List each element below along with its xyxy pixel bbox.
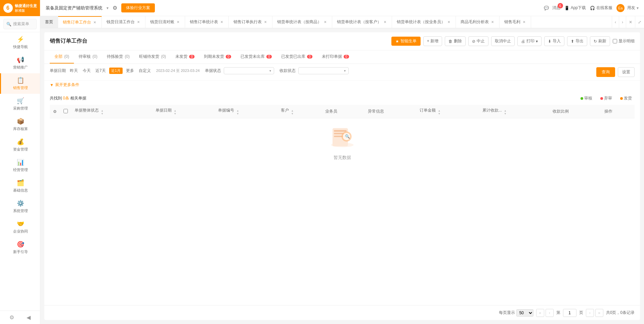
query-button[interactable]: 查询 xyxy=(596,67,615,77)
tab-sales-by-customer-close[interactable]: ✕ xyxy=(383,19,387,25)
date-opt-yesterday[interactable]: 昨天 xyxy=(69,67,79,74)
sidebar-item-enterprise[interactable]: 🤝 企业协同 xyxy=(0,217,40,237)
tab-cash-reconcile[interactable]: 钱货日清对账 ✕ xyxy=(145,16,185,28)
review-button[interactable]: 审核 xyxy=(578,94,595,102)
th-status-sort[interactable]: ▲▼ xyxy=(101,109,103,115)
sub-tab-wangpu[interactable]: 旺铺待发货 (0) xyxy=(134,50,171,64)
select-all-checkbox[interactable] xyxy=(63,109,68,113)
gear-button[interactable]: ⚙ xyxy=(113,5,117,11)
expand-more-button[interactable]: ▼ 展开更多条件 xyxy=(50,81,635,89)
sub-tab-shipped-not-out[interactable]: 已发货未出库 0 xyxy=(236,50,276,64)
cancel-stop-button[interactable]: 取消中止 xyxy=(491,36,515,46)
sub-tab-wangpu-count: (0) xyxy=(161,54,166,59)
date-opt-7days[interactable]: 近7天 xyxy=(94,67,107,74)
th-settings[interactable]: ⚙ xyxy=(50,105,60,118)
sub-tab-pending-inspect[interactable]: 待拣验货 (0) xyxy=(102,50,134,64)
th-checkbox[interactable] xyxy=(60,105,71,118)
sub-tab-shipped-out-count: 0 xyxy=(307,55,312,58)
sidebar-item-system[interactable]: ⚙️ 系统管理 xyxy=(0,196,40,217)
th-date-sort[interactable]: ▲▼ xyxy=(174,109,176,115)
pagination-bar: 每页显示 10 20 50 100 « ‹ 第 页 › » xyxy=(44,305,640,320)
tab-gross-margin-close[interactable]: ✕ xyxy=(490,19,495,25)
service-icon: 🎧 xyxy=(590,6,595,10)
status-select[interactable]: ▾ xyxy=(224,67,274,74)
export-button[interactable]: ⬆ 导出 xyxy=(567,36,587,46)
settings-footer-button[interactable]: ⚙ xyxy=(9,314,14,321)
tab-cash-daily-close[interactable]: ✕ xyxy=(136,19,140,25)
tab-cash-daily[interactable]: 钱货日清工作台 ✕ xyxy=(102,16,145,28)
online-service-button[interactable]: 🎧 在线客服 xyxy=(590,5,612,11)
th-number-sort[interactable]: ▲▼ xyxy=(237,109,239,115)
prev-page-button[interactable]: ‹ xyxy=(546,309,554,317)
first-page-button[interactable]: « xyxy=(536,309,544,317)
tab-close-all[interactable]: ✕ xyxy=(626,16,635,28)
sub-tab-shipped-out[interactable]: 已发货已出库 0 xyxy=(276,50,317,64)
setting-button[interactable]: 设置 xyxy=(618,67,635,77)
next-page-button[interactable]: › xyxy=(586,309,594,317)
show-detail-checkbox-label[interactable]: 显示明细 xyxy=(613,38,635,44)
show-detail-checkbox[interactable] xyxy=(613,39,617,43)
sub-tab-not-printed[interactable]: 未打印单据 0 xyxy=(317,50,354,64)
sub-tab-all[interactable]: 全部 (0) xyxy=(50,50,74,64)
refresh-button[interactable]: ↻ 刷新 xyxy=(590,36,610,46)
search-menu-button[interactable]: 🔍 搜索菜单 xyxy=(3,19,37,29)
sidebar-item-marketing[interactable]: 📢 营销推广 xyxy=(0,53,40,73)
tab-scroll-left[interactable]: ‹ xyxy=(612,16,619,28)
sidebar-item-finance[interactable]: 💰 资金管理 xyxy=(0,135,40,155)
th-collected-sort[interactable]: ▲▼ xyxy=(504,109,507,115)
tab-sales-more-close[interactable]: ✕ xyxy=(522,19,526,25)
last-page-button[interactable]: » xyxy=(595,309,603,317)
sidebar-item-guide[interactable]: 🎯 新手引导 xyxy=(0,237,40,258)
tab-maximize[interactable]: ⤢ xyxy=(635,16,644,28)
stop-button[interactable]: ⊘ 中止 xyxy=(468,36,488,46)
tab-scroll-right[interactable]: › xyxy=(619,16,626,28)
tab-sales-by-staff[interactable]: 销货单统计表（按业务员） ✕ xyxy=(392,16,456,28)
tab-sales-by-customer[interactable]: 销货单统计表（按客户） ✕ xyxy=(332,16,392,28)
tab-sales-by-product[interactable]: 销货单统计表（按商品） ✕ xyxy=(272,16,332,28)
tab-sales-stat-close[interactable]: ✕ xyxy=(220,19,224,25)
date-opt-custom[interactable]: 自定义 xyxy=(137,67,152,74)
date-opt-1month[interactable]: 近1月 xyxy=(109,68,123,74)
industry-button[interactable]: 体验行业方案 xyxy=(121,3,155,12)
tab-sales-exec[interactable]: 销售订单执行表 ✕ xyxy=(229,16,272,28)
date-opt-today[interactable]: 今天 xyxy=(81,67,92,74)
payment-select[interactable]: ▾ xyxy=(298,67,349,74)
sidebar-item-purchase[interactable]: 🛒 采购管理 xyxy=(0,94,40,114)
tab-sales-workbench[interactable]: 销售订单工作台 ✕ xyxy=(58,16,102,28)
tab-sales-by-staff-close[interactable]: ✕ xyxy=(447,19,451,25)
tab-home[interactable]: 首页 xyxy=(40,16,58,28)
tab-sales-by-product-close[interactable]: ✕ xyxy=(323,19,327,25)
cancel-review-button[interactable]: 弃审 xyxy=(598,94,615,102)
tab-gross-margin[interactable]: 商品毛利分析表 ✕ xyxy=(456,16,500,28)
smart-generate-button[interactable]: ★ 智能生单 xyxy=(391,37,421,46)
th-amount-sort[interactable]: ▲▼ xyxy=(438,109,441,115)
page-size-select[interactable]: 10 20 50 100 xyxy=(516,309,533,317)
page-number-input[interactable] xyxy=(563,309,576,317)
tab-sales-exec-close[interactable]: ✕ xyxy=(263,19,267,25)
ship-button[interactable]: 发货 xyxy=(617,94,635,102)
delete-button[interactable]: 🗑 删除 xyxy=(445,36,466,46)
tab-cash-reconcile-close[interactable]: ✕ xyxy=(176,19,180,25)
sidebar-item-operations[interactable]: 📊 经营管理 xyxy=(0,155,40,176)
sub-tab-overdue[interactable]: 到期未发货 0 xyxy=(199,50,236,64)
new-button[interactable]: + 新增 xyxy=(423,36,442,46)
page-navigation: « ‹ 第 页 › » xyxy=(536,309,603,317)
tab-sales-workbench-close[interactable]: ✕ xyxy=(93,20,97,25)
collapse-sidebar-button[interactable]: ◀ xyxy=(27,314,31,321)
app-download-button[interactable]: 📱 App下载 xyxy=(564,5,586,11)
sub-tab-pending-review[interactable]: 待审核 (0) xyxy=(74,50,102,64)
sidebar-item-sales[interactable]: 📋 销售管理 xyxy=(0,73,40,94)
dropdown-arrow-system[interactable]: ▾ xyxy=(106,6,109,10)
message-button[interactable]: 💬 6 消息 xyxy=(544,5,560,11)
sidebar-item-quick-nav[interactable]: ⚡ 快捷导航 xyxy=(0,32,40,53)
user-button[interactable]: Ea 用友 ▾ xyxy=(616,4,639,12)
tab-sales-stat[interactable]: 销售订单统计表 ✕ xyxy=(185,16,229,28)
import-button[interactable]: ⬇ 导入 xyxy=(544,36,564,46)
th-customer-sort[interactable]: ▲▼ xyxy=(291,109,294,115)
sidebar-item-inventory[interactable]: 📦 库存核算 xyxy=(0,114,40,135)
date-opt-more[interactable]: 更多 xyxy=(125,67,135,74)
sub-tab-not-shipped[interactable]: 未发货 0 xyxy=(171,50,199,64)
tab-sales-more[interactable]: 销售毛利 ✕ xyxy=(500,16,531,28)
print-button[interactable]: 🖨 打印 ▾ xyxy=(517,36,542,46)
sidebar-item-base-info[interactable]: 🗂️ 基础信息 xyxy=(0,176,40,196)
